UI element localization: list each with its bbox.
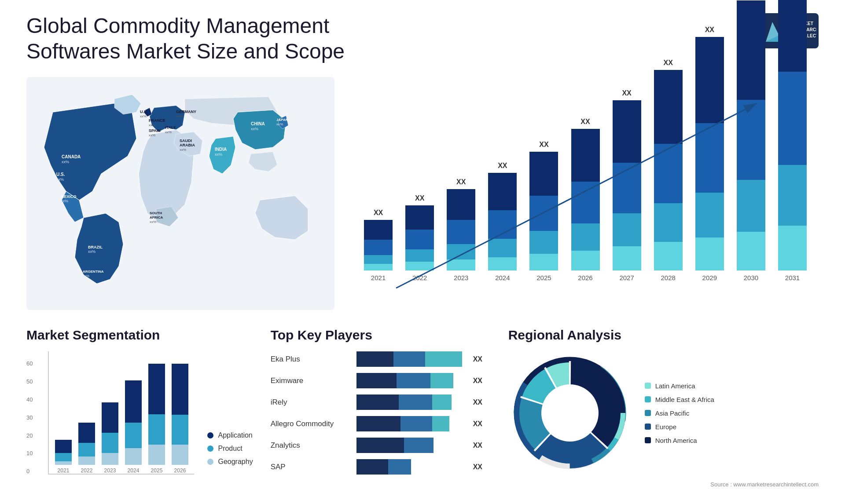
seg-bar-chart: 2021 2022 [48, 351, 194, 475]
svg-text:SAUDI: SAUDI [180, 139, 192, 143]
svg-text:xx%: xx% [276, 122, 283, 126]
regional-content: Latin America Middle East & Africa Asia … [508, 351, 819, 475]
bar-2024: XX 2024 [485, 162, 520, 281]
y-label-0: 0 [26, 468, 33, 475]
legend-label-product: Product [218, 445, 242, 453]
bar-label-2028: XX [664, 59, 673, 67]
year-label-2021: 2021 [371, 274, 386, 281]
source-footer: Source : www.marketresearchintellect.com [26, 481, 819, 488]
player-row-allegro: Allegro Commodity XX [271, 416, 491, 431]
bar-2022: XX 2022 [402, 194, 437, 281]
svg-text:xx%: xx% [88, 249, 96, 254]
player-row-eka: Eka Plus XX [271, 351, 491, 367]
page-title: Global Commodity Management Softwares Ma… [26, 13, 422, 64]
svg-text:SOUTH: SOUTH [150, 211, 162, 215]
year-label-2031: 2031 [785, 274, 800, 281]
legend-dot-geography [207, 459, 213, 465]
legend-dot-application [207, 432, 213, 438]
svg-text:INDIA: INDIA [215, 147, 227, 152]
bar-2023: XX 2023 [444, 178, 478, 281]
seg-bar-2023: 2023 [100, 364, 120, 474]
bar-2031: XX 2031 [775, 0, 810, 281]
legend-label-middle-east-africa: Middle East & Africa [655, 396, 714, 403]
svg-text:CANADA: CANADA [62, 154, 81, 159]
bar-label-2029: XX [705, 26, 714, 34]
players-section: Top Key Players Eka Plus XX Eximware [271, 328, 491, 475]
bar-label-2025: XX [539, 141, 548, 149]
bar-label-2027: XX [622, 89, 631, 97]
svg-text:xx%: xx% [176, 114, 183, 118]
player-name-allegro: Allegro Commodity [271, 420, 350, 428]
svg-text:U.K.: U.K. [140, 110, 148, 114]
donut-canvas [508, 351, 632, 475]
year-label-2023: 2023 [454, 274, 468, 281]
legend-dot-asia-pacific [645, 410, 651, 416]
player-label-allegro: XX [473, 420, 491, 428]
year-label-2030: 2030 [744, 274, 758, 281]
svg-text:xx%: xx% [165, 130, 172, 134]
seg-bar-2025: 2025 [147, 364, 166, 474]
player-name-eximware: Eximware [271, 376, 350, 385]
top-content: CANADA xx% U.S. xx% MEXICO xx% BRAZIL xx… [26, 77, 819, 310]
legend-europe: Europe [645, 423, 714, 431]
regional-legend: Latin America Middle East & Africa Asia … [645, 382, 714, 444]
bar-label-2023: XX [456, 178, 466, 186]
players-list: Eka Plus XX Eximware [271, 351, 491, 475]
svg-text:SPAIN: SPAIN [149, 128, 161, 133]
year-label-2027: 2027 [619, 274, 634, 281]
bar-chart-section: XX 2021 XX [352, 77, 819, 310]
player-row-eximware: Eximware XX [271, 373, 491, 388]
svg-text:ITALY: ITALY [165, 125, 176, 130]
bar-label-2021: XX [374, 209, 383, 217]
source-text: Source : www.marketresearchintellect.com [710, 481, 819, 488]
player-bar-allegro [356, 416, 462, 431]
bar-2026: XX 2026 [568, 118, 603, 281]
legend-latin-america: Latin America [645, 382, 714, 390]
player-bar-sap [356, 459, 462, 475]
player-name-sap: SAP [271, 463, 350, 471]
svg-text:xx%: xx% [83, 274, 89, 278]
y-label-50: 50 [26, 378, 33, 385]
seg-bar-2022: 2022 [77, 364, 96, 474]
legend-dot-north-america [645, 437, 651, 443]
svg-text:xx%: xx% [149, 133, 155, 137]
svg-text:xx%: xx% [149, 123, 155, 127]
player-name-znalytics: Znalytics [271, 441, 350, 450]
svg-text:xx%: xx% [140, 114, 147, 118]
seg-year-2025: 2025 [151, 467, 163, 474]
seg-bar-2026: 2026 [170, 364, 190, 474]
player-row-sap: SAP XX [271, 459, 491, 475]
legend-dot-product [207, 446, 213, 452]
world-map-section: CANADA xx% U.S. xx% MEXICO xx% BRAZIL xx… [26, 77, 334, 310]
regional-title: Regional Analysis [508, 328, 819, 343]
svg-text:xx%: xx% [56, 177, 64, 182]
player-bar-znalytics [356, 438, 462, 453]
world-map-svg: CANADA xx% U.S. xx% MEXICO xx% BRAZIL xx… [26, 77, 334, 310]
svg-text:MEXICO: MEXICO [61, 194, 77, 199]
y-label-10: 10 [26, 450, 33, 457]
y-label-60: 60 [26, 360, 33, 367]
seg-chart-area: 60 50 40 30 20 10 0 [26, 351, 253, 475]
player-row-irely: iRely XX [271, 394, 491, 410]
seg-y-labels: 60 50 40 30 20 10 0 [26, 360, 33, 475]
year-label-2029: 2029 [702, 274, 717, 281]
svg-text:xx%: xx% [150, 220, 156, 224]
player-label-znalytics: XX [473, 442, 491, 449]
y-label-40: 40 [26, 396, 33, 403]
svg-text:BRAZIL: BRAZIL [88, 245, 103, 249]
seg-year-2021: 2021 [58, 467, 70, 474]
seg-bar-2024: 2024 [123, 364, 143, 474]
year-label-2024: 2024 [495, 274, 510, 281]
player-label-sap: XX [473, 463, 491, 471]
bar-label-2026: XX [580, 118, 590, 126]
regional-section: Regional Analysis [508, 328, 819, 475]
player-bar-eka [356, 351, 462, 367]
segmentation-title: Market Segmentation [26, 328, 253, 343]
donut-chart [508, 351, 632, 475]
legend-label-application: Application [218, 431, 252, 439]
legend-label-geography: Geography [218, 458, 253, 466]
bar-2028: XX 2028 [651, 59, 686, 281]
seg-year-2022: 2022 [81, 467, 93, 474]
svg-text:AFRICA: AFRICA [150, 215, 163, 219]
legend-label-latin-america: Latin America [655, 382, 695, 390]
